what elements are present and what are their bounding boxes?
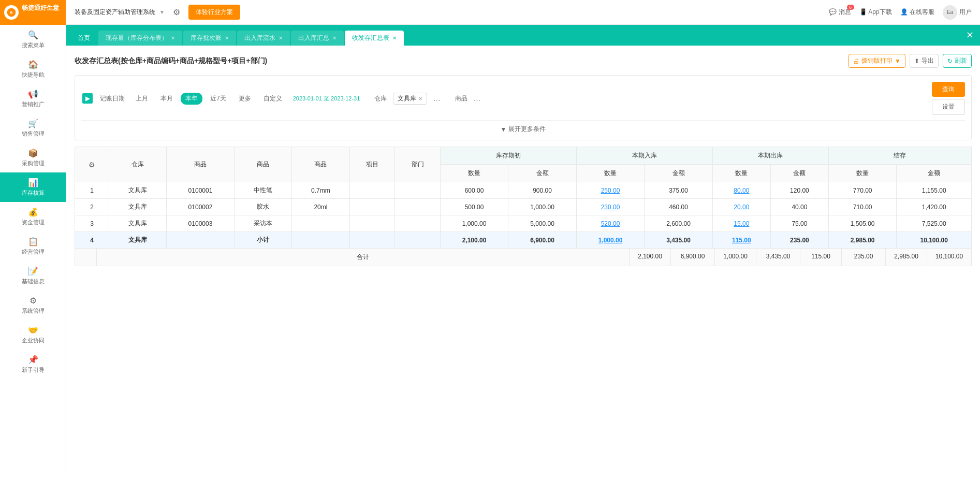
sidebar-item-label: 营销推广 [22,100,45,108]
operations-icon: 📋 [28,237,38,247]
sidebar-item-finance[interactable]: 💰资金管理 [0,202,66,231]
row-balance-amt: 10,100.00 [897,232,972,249]
sidebar-item-corp[interactable]: 🤝企业协同 [0,320,66,350]
sidebar-item-sales[interactable]: 🛒销售管理 [0,113,66,143]
refresh-button[interactable]: ↻ 刷新 [943,54,972,68]
tab-close-icon[interactable]: ✕ [225,35,229,41]
filter-setting-button[interactable]: 设置 [932,99,965,115]
notification-button[interactable]: 💬 6 消息 [829,8,851,17]
row-opening-amt: 900.00 [508,182,577,199]
corp-icon: 🤝 [28,325,38,335]
tab-inout_flow[interactable]: 出入库流水✕ [237,31,290,46]
sidebar-item-search[interactable]: 🔍搜索菜单 [0,25,66,54]
col-header-project: 项目 [349,147,394,182]
sidebar-item-inventory[interactable]: 📊库存核算 [0,172,66,202]
date-last7-btn[interactable]: 近7天 [206,93,231,105]
row-out-qty[interactable]: 80.00 [712,182,770,199]
query-button[interactable]: 查询 [932,82,965,97]
date-more-btn[interactable]: 更多 [234,93,256,105]
date-prev-month-btn[interactable]: 上月 [131,93,153,105]
col-sub-opening-qty: 数量 [440,165,508,182]
sidebar-item-purchase[interactable]: 📦采购管理 [0,143,66,172]
sidebar-item-label: 采购管理 [22,160,45,167]
col-header-dept: 部门 [395,147,440,182]
sidebar-item-label: 搜索菜单 [22,41,45,49]
sidebar-item-system[interactable]: ⚙系统管理 [0,291,66,320]
close-all-tabs-button[interactable]: ✕ [964,27,976,43]
col-header-settings: ⚙ [75,147,109,182]
user-avatar[interactable]: Ea 用户 [943,5,972,20]
sidebar-item-label: 经营管理 [22,248,45,256]
row-in-qty[interactable]: 1,000.00 [576,232,645,249]
row-in-qty[interactable]: 230.00 [576,199,645,215]
row-out-qty[interactable]: 20.00 [712,199,770,215]
tab-close-icon[interactable]: ✕ [392,35,397,41]
tab-recv_send_summary[interactable]: 收发存汇总表✕ [345,31,404,46]
date-this-year-btn[interactable]: 本年 [181,93,202,105]
sidebar-item-quick_nav[interactable]: 🏠快捷导航 [0,54,66,84]
date-this-month-btn[interactable]: 本月 [156,93,178,105]
sidebar-item-guide[interactable]: 📌新手引导 [0,350,66,379]
system-title: 装备及固定资产辅助管理系统 ▼ [75,8,165,17]
table-row: 2文具库0100002胶水20ml500.001,000.00230.00460… [75,199,972,215]
row-out-qty[interactable]: 115.00 [712,232,770,249]
row-goods: 小计 [235,232,292,249]
date-range: 2023-01-01 至 2023-12-31 [293,95,360,103]
row-out-qty[interactable]: 15.00 [712,215,770,232]
row-opening-qty: 500.00 [440,199,508,215]
page-title: 收发存汇总表(按仓库+商品编码+商品+规格型号+项目+部门) [75,56,267,66]
finance-icon: 💰 [28,207,38,217]
warehouse-remove-button[interactable]: ✕ [418,96,422,102]
sidebar-item-label: 企业协同 [22,337,45,344]
footer-empty1 [75,249,97,266]
row-warehouse: 文具库 [109,232,167,249]
row-in-qty[interactable]: 250.00 [576,182,645,199]
table-footer: 合计 2,100.00 6,900.00 1,000.00 3,435.00 1… [75,249,972,266]
sidebar-item-label: 新手引导 [22,366,45,374]
filter-row-main: ▶ 记账日期 上月 本月 本年 近7天 更多 自定义 2023-01-01 至 … [81,82,965,115]
settings-button[interactable]: ⚙ [173,7,180,17]
tab-home[interactable]: 首页 [70,31,97,46]
print-button[interactable]: 🖨 拨销版打印 ▼ [849,54,905,68]
tab-inventory_dist[interactable]: 现存量（库存分布表）✕ [98,31,182,46]
app-download-button[interactable]: 📱 App下载 [859,8,892,17]
warehouse-label: 仓库 [374,94,387,103]
col-sub-out-qty: 数量 [712,165,770,182]
row-dept [395,232,440,249]
row-out-amt: 235.00 [770,232,828,249]
tab-close-icon[interactable]: ✕ [332,35,337,41]
footer-label: 合计 [97,249,630,266]
online-service-button[interactable]: 👤 在线客服 [900,8,934,17]
filter-expand-button[interactable]: ▶ [81,92,94,105]
row-opening-qty: 1,000.00 [440,215,508,232]
col-header-warehouse: 仓库 [109,147,167,182]
app-tag: 标准版 [22,13,39,21]
data-table-wrapper: ⚙ 仓库 商品 商品 商品 项目 部门 库存期初 本期入库 本期出库 结存 [75,147,972,266]
warehouse-more-button[interactable]: ... [433,94,440,103]
tab-inout_summary[interactable]: 出入库汇总✕ [291,31,344,46]
row-project [349,182,394,199]
col-sub-balance-qty: 数量 [828,165,897,182]
tab-close-icon[interactable]: ✕ [171,35,175,41]
row-num: 2 [75,199,109,215]
sidebar-item-basic[interactable]: 📝基础信息 [0,261,66,291]
sidebar-item-operations[interactable]: 📋经营管理 [0,231,66,261]
date-custom-btn[interactable]: 自定义 [259,93,287,105]
tab-close-icon[interactable]: ✕ [279,35,283,41]
search-icon: 🔍 [28,30,38,40]
export-button[interactable]: ⬆ 导出 [910,54,939,68]
row-num: 3 [75,215,109,232]
logo-icon: 6 [4,5,19,20]
row-code: 0100003 [166,215,235,232]
tab-batch[interactable]: 库存批次账✕ [183,31,236,46]
row-in-qty[interactable]: 520.00 [576,215,645,232]
table-row: 3文具库0100003采访本1,000.005,000.00520.002,60… [75,215,972,232]
footer-in-amt: 3,435.00 [756,249,800,266]
expand-more-row[interactable]: ▼ 展开更多条件 [81,120,965,134]
row-balance-qty: 770.00 [828,182,897,199]
experience-button[interactable]: 体验行业方案 [188,5,240,20]
table-settings-icon[interactable]: ⚙ [89,161,95,169]
avatar-icon: Ea [943,5,957,20]
sidebar-item-marketing[interactable]: 📢营销推广 [0,84,66,113]
goods-more-button[interactable]: ... [474,94,480,103]
